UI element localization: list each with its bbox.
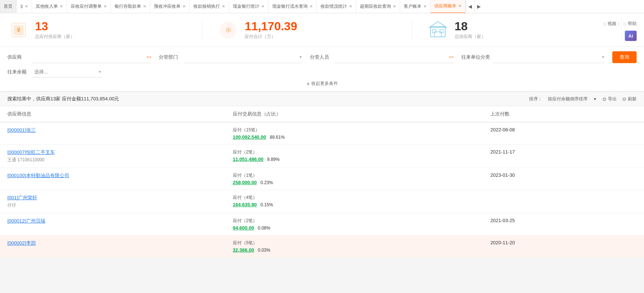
nav-tab-other-income-close[interactable]: ✕ xyxy=(60,4,63,9)
filter-supplier-input[interactable] xyxy=(32,52,145,63)
filter-supplier-dots[interactable]: ··· xyxy=(146,54,151,61)
last-payment-cell-0: 2022-08-08 xyxy=(483,122,644,145)
search-button[interactable]: 查询 xyxy=(612,51,637,63)
payable-label-5: 应付（5笔） xyxy=(233,240,476,246)
payable-label-4: 应付（2笔） xyxy=(233,218,476,224)
filter-dept-input[interactable] xyxy=(184,52,299,63)
nav-tab-overdue-ar-close[interactable]: ✕ xyxy=(393,4,396,9)
video-link[interactable]: 视频 xyxy=(608,21,616,27)
supplier-cell-4: [000012]广州贝瑞 xyxy=(0,213,225,235)
payable-cell-1: 应付（2笔）11,051,486.009.89% xyxy=(225,145,483,168)
nav-tab-ar-ap-adjust-close[interactable]: ✕ xyxy=(104,4,107,9)
stat-payable-suppliers-content: 13 总应付供应商（家） xyxy=(35,20,75,40)
nav-tab-customer-ledger-close[interactable]: ✕ xyxy=(423,4,427,9)
nav-tab-supplier-ledger[interactable]: 供应商账本 ✕ xyxy=(431,0,466,13)
payable-amount-5[interactable]: 32,366.00 xyxy=(233,247,254,253)
filter-person-dots[interactable]: ··· xyxy=(449,54,454,61)
nav-tab-cash-bank-stats[interactable]: 现金银行统计 ✕ xyxy=(229,0,269,13)
nav-tab-supplier-ledger-label: 供应商账本 xyxy=(434,3,456,9)
nav-tab-payment-stats-close[interactable]: ✕ xyxy=(349,4,352,9)
last-payment-cell-4: 2021-03-25 xyxy=(483,213,644,235)
stat-payable-amount-label: 应付合计（万） xyxy=(245,34,297,40)
nav-tab-bank-deposit-close[interactable]: ✕ xyxy=(143,4,146,9)
payable-percentage-1: 9.89% xyxy=(267,157,280,162)
toolbar-result-text: 搜索结果中，供应商13家 xyxy=(7,96,60,101)
nav-tab-supplier-ledger-close[interactable]: ✕ xyxy=(458,4,462,8)
supplier-cell-2: [000100]本特勤油品有限公司 xyxy=(0,168,225,190)
table-header: 供应商信息 应付交易信息（占比） 上次付数 xyxy=(0,106,644,122)
nav-tab-other-income[interactable]: 其他收入单 ✕ xyxy=(32,0,67,13)
payable-label-3: 应付（4笔） xyxy=(233,194,476,201)
nav-tab-ar-ap-adjust[interactable]: 应收应付调整单 ✕ xyxy=(67,0,111,13)
nav-tab-customer-ledger-label: 客户账本 xyxy=(404,3,421,10)
filter-balance-wrap: ▼ xyxy=(32,66,102,77)
nav-prev-arrow[interactable]: ◀ xyxy=(466,0,475,13)
nav-tab-bank-deposit[interactable]: 银行存取款单 ✕ xyxy=(111,0,150,13)
table-toolbar: 搜索结果中，供应商13家 应付金额111,703,854.00元 排序： 按应付… xyxy=(0,92,644,106)
payable-amount-4[interactable]: 94,600.00 xyxy=(233,225,254,231)
supplier-link-0[interactable]: [000001]张三 xyxy=(7,127,36,133)
nav-tab-home[interactable]: 首页 xyxy=(0,0,17,13)
refresh-button[interactable]: ⊙ 刷新 xyxy=(622,96,637,102)
table-row: [001]广州荣轩仔仔应付（4笔）164,635.900.15% xyxy=(0,190,644,213)
payable-percentage-3: 0.15% xyxy=(260,202,273,207)
payable-cell-3: 应付（4笔）164,635.900.15% xyxy=(225,190,483,213)
supplier-cell-3: [001]广州荣轩仔仔 xyxy=(0,190,225,213)
payable-amount-0[interactable]: 100,092,540.00 xyxy=(233,134,266,140)
last-payment-value-5: 2020-11-20 xyxy=(490,240,515,245)
col-header-supplier: 供应商信息 xyxy=(0,106,225,122)
ai-button[interactable]: Ai xyxy=(625,31,637,41)
collapse-section: ∧ 收起更多条件 xyxy=(7,80,637,87)
nav-tab-cash-bank-stats-close[interactable]: ✕ xyxy=(261,4,265,9)
nav-tab-payment-exec-close[interactable]: ✕ xyxy=(222,4,225,9)
supplier-link-2[interactable]: [000100]本特勤油品有限公司 xyxy=(7,173,69,178)
export-button[interactable]: ⊙ 导出 xyxy=(602,96,617,102)
stat-snowflake-icon: ❄ xyxy=(217,19,239,41)
filter-category-input[interactable] xyxy=(493,52,602,63)
collapse-button[interactable]: ∧ 收起更多条件 xyxy=(307,80,338,87)
svg-text:¥: ¥ xyxy=(17,27,20,33)
nav-tab-3[interactable]: 3 ✕ xyxy=(17,0,32,13)
nav-tab-payment-stats[interactable]: 收款情况统计 ✕ xyxy=(317,0,356,13)
nav-tab-cash-flow-query[interactable]: 现金银行流水查询 ✕ xyxy=(269,0,317,13)
supplier-cell-5: [000002]李四 xyxy=(0,235,225,258)
payable-cell-2: 应付（1笔）258,000.000.23% xyxy=(225,168,483,190)
filter-balance-input[interactable] xyxy=(32,66,98,77)
filter-row-1: 供应商 ··· 分管部门 ▼ 分管人员 ··· 往来单位分类 xyxy=(7,51,637,63)
nav-tab-payment-exec[interactable]: 收款核销执行 ✕ xyxy=(190,0,229,13)
stat-payable-amount-value: 11,170.39 xyxy=(245,20,297,32)
col-header-last-payment: 上次付数 xyxy=(483,106,644,122)
payable-cell-0: 应付（15笔）100,092,540.0089.61% xyxy=(225,122,483,145)
supplier-sub-info-3: 仔仔 xyxy=(7,202,218,208)
payable-percentage-4: 0.08% xyxy=(258,225,270,231)
filter-dept-chevron[interactable]: ▼ xyxy=(299,55,302,59)
nav-tab-advance-offset-close[interactable]: ✕ xyxy=(182,4,186,9)
top-right-links: ⊙ 视频 | ⊙ 帮助 xyxy=(601,21,637,27)
nav-tab-advance-offset[interactable]: 预收冲应收单 ✕ xyxy=(150,0,190,13)
help-link[interactable]: 帮助 xyxy=(628,21,637,27)
supplier-link-1[interactable]: [000007]恒旺二手叉车 xyxy=(7,149,55,155)
table-row: [000012]广州贝瑞应付（2笔）94,600.000.08%2021-03-… xyxy=(0,213,644,235)
filter-balance-chevron[interactable]: ▼ xyxy=(98,70,102,74)
nav-tab-cash-flow-query-close[interactable]: ✕ xyxy=(309,4,313,9)
filter-category-wrap: ▼ xyxy=(493,52,605,63)
top-navigation: 首页 3 ✕ 其他收入单 ✕ 应收应付调整单 ✕ 银行存取款单 ✕ 预收冲应收单… xyxy=(0,0,644,13)
supplier-link-5[interactable]: [000002]李四 xyxy=(7,240,36,246)
supplier-link-3[interactable]: [001]广州荣轩 xyxy=(7,195,37,200)
payable-amount-1[interactable]: 11,051,486.00 xyxy=(233,156,263,162)
filter-person-input[interactable] xyxy=(335,52,447,63)
payable-label-1: 应付（2笔） xyxy=(233,149,476,155)
nav-tab-3-close[interactable]: ✕ xyxy=(25,4,28,9)
payable-amount-2[interactable]: 258,000.00 xyxy=(233,180,257,185)
filter-category-chevron[interactable]: ▼ xyxy=(601,55,605,59)
nav-tab-overdue-ar[interactable]: 超期应收款查询 ✕ xyxy=(356,0,400,13)
nav-tab-customer-ledger[interactable]: 客户账本 ✕ xyxy=(400,0,431,13)
supplier-link-4[interactable]: [000012]广州贝瑞 xyxy=(7,218,45,224)
last-payment-value-4: 2021-03-25 xyxy=(490,218,515,223)
nav-next-arrow[interactable]: ▶ xyxy=(475,0,483,13)
toolbar-sort-value[interactable]: 按应付余额倒序排序 xyxy=(548,96,588,102)
nav-tab-bank-deposit-label: 银行存取款单 xyxy=(115,3,141,10)
svg-rect-8 xyxy=(433,29,436,32)
payable-amount-3[interactable]: 164,635.90 xyxy=(233,202,257,207)
question-icon: ⊙ xyxy=(623,21,627,27)
